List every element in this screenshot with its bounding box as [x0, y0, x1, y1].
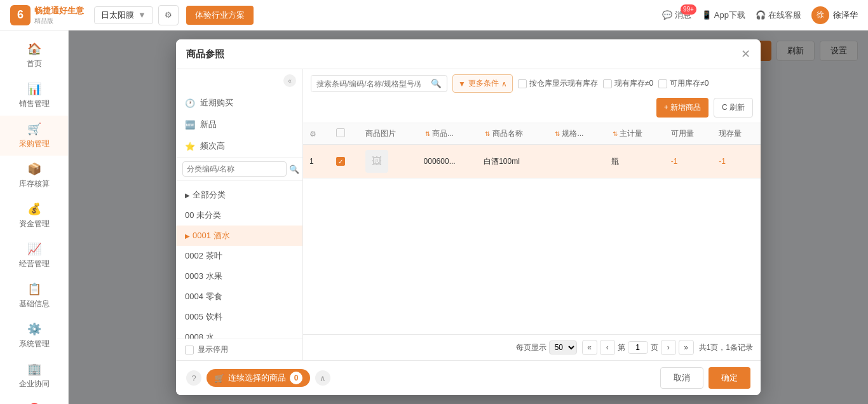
total-info: 共1页，1条记录 — [699, 342, 753, 353]
product-data-table: ⚙ 商品图片 ⇅ 商品... — [303, 123, 761, 178]
sidebar-item-inventory[interactable]: 📦 库存核算 — [0, 156, 68, 196]
warehouse-display-checkbox-area: 按仓库显示现有库存 — [518, 78, 598, 89]
category-item-water[interactable]: 0008 水 — [176, 327, 302, 339]
collapse-panel-button[interactable]: « — [283, 74, 296, 87]
category-item-snacks[interactable]: 0004 零食 — [176, 286, 302, 307]
product-search-box: 🔍 — [311, 75, 447, 92]
sidebar-item-purchase[interactable]: 🛒 采购管理 — [0, 116, 68, 156]
frequent-filter[interactable]: ⭐ 频次高 — [176, 135, 302, 157]
purchase-icon: 🛒 — [27, 122, 41, 136]
recent-purchase-filter[interactable]: 🕐 近期购买 — [176, 92, 302, 114]
row-code: 000600... — [417, 145, 478, 178]
stock-nonzero-checkbox-area: 现有库存≠0 — [603, 78, 653, 89]
stock-nonzero-checkbox[interactable] — [603, 79, 612, 88]
table-row[interactable]: 1 ✓ 🖼 — [303, 145, 761, 178]
prev-page-button[interactable]: ‹ — [600, 340, 615, 355]
page-number-input[interactable] — [628, 341, 648, 354]
selected-count-badge: 0 — [290, 372, 302, 384]
last-page-button[interactable]: » — [679, 340, 694, 355]
sidebar-item-guide[interactable]: 🎯 新手引导 — [0, 396, 68, 404]
category-list: ▶ 全部分类 00 未分类 ▶ 0001 酒水 0002 茶 — [176, 181, 302, 339]
select-all-checkbox[interactable] — [336, 128, 345, 137]
category-item-uncategorized[interactable]: 00 未分类 — [176, 205, 302, 226]
footer-left: ? 🛒 连续选择的商品 0 ∧ — [186, 369, 330, 387]
online-service-item[interactable]: 🎧 在线客服 — [756, 10, 801, 21]
message-badge: 99+ — [681, 4, 696, 15]
sidebar-item-system[interactable]: ⚙️ 系统管理 — [0, 316, 68, 356]
row-image: 🖼 — [359, 145, 417, 178]
chevron-down-icon: ▼ — [138, 10, 146, 20]
operations-icon: 📈 — [27, 242, 41, 256]
page-label: 第 — [618, 342, 625, 353]
col-unit: ⇅ 主计量 — [605, 123, 665, 145]
modal-header: 商品参照 ✕ — [176, 39, 761, 69]
sidebar-item-operations[interactable]: 📈 经营管理 — [0, 236, 68, 276]
star-icon: ⭐ — [185, 142, 195, 151]
main-layout: 🏠 首页 📊 销售管理 🛒 采购管理 📦 库存核算 💰 资金管理 📈 经营管理 … — [0, 30, 868, 404]
warehouse-display-checkbox[interactable] — [518, 79, 527, 88]
modal-footer: ? 🛒 连续选择的商品 0 ∧ 取消 确定 — [176, 360, 761, 395]
enterprise-icon: 🏢 — [27, 362, 41, 376]
modal-title: 商品参照 — [186, 48, 224, 60]
basic-info-icon: 📋 — [27, 282, 41, 296]
messages-item[interactable]: 💬 消息 99+ — [662, 10, 691, 21]
category-item-fruit[interactable]: 0003 水果 — [176, 266, 302, 286]
cancel-button[interactable]: 取消 — [660, 367, 703, 389]
category-item-tea[interactable]: 0002 茶叶 — [176, 246, 302, 266]
sidebar-item-sales[interactable]: 📊 销售管理 — [0, 76, 68, 116]
home-icon: 🏠 — [27, 42, 41, 56]
collapse-footer-button[interactable]: ∧ — [315, 370, 330, 386]
row-available: -1 — [665, 145, 713, 178]
col-gear: ⚙ — [303, 123, 330, 145]
logo-text: 畅捷通好生意 精品版 — [34, 5, 84, 25]
category-item-liquor[interactable]: ▶ 0001 酒水 — [176, 226, 302, 246]
col-name: ⇅ 商品名称 — [477, 123, 547, 145]
help-icon[interactable]: ? — [186, 370, 201, 386]
sidebar-item-basic-info[interactable]: 📋 基础信息 — [0, 276, 68, 316]
sort-icon: ⇅ — [425, 130, 430, 137]
category-item-beverage[interactable]: 0005 饮料 — [176, 307, 302, 327]
product-reference-modal: 商品参照 ✕ « 🕐 近期购买 — [176, 39, 761, 395]
headset-icon: 🎧 — [756, 10, 766, 20]
sidebar-item-home[interactable]: 🏠 首页 — [0, 36, 68, 76]
nav-selector[interactable]: 日太阳膜 ▼ — [94, 6, 153, 24]
modal-overlay: 商品参照 ✕ « 🕐 近期购买 — [69, 30, 868, 404]
settings-icon[interactable]: ⚙ — [158, 5, 179, 25]
first-page-button[interactable]: « — [582, 340, 597, 355]
filter-icon: ▼ — [458, 79, 466, 88]
top-header: 6 畅捷通好生意 精品版 日太阳膜 ▼ ⚙ 体验行业方案 💬 消息 99+ 📱 … — [0, 0, 868, 30]
trial-button[interactable]: 体验行业方案 — [186, 6, 254, 25]
arrow-right-icon: ▶ — [185, 192, 190, 199]
show-disabled-checkbox[interactable] — [185, 346, 194, 354]
product-toolbar: 🔍 ▼ 更多条件 ∧ 按仓库显示现有库存 — [303, 69, 761, 123]
sidebar-item-enterprise[interactable]: 🏢 企业协同 — [0, 356, 68, 396]
sidebar: 🏠 首页 📊 销售管理 🛒 采购管理 📦 库存核算 💰 资金管理 📈 经营管理 … — [0, 30, 69, 404]
phone-icon: 📱 — [702, 10, 712, 20]
available-nonzero-checkbox[interactable] — [658, 79, 667, 88]
user-avatar-area[interactable]: 徐 徐泽华 — [811, 6, 858, 24]
row-select-checkbox[interactable]: ✓ — [336, 157, 345, 166]
app-download-item[interactable]: 📱 App下载 — [702, 10, 745, 21]
cart-icon: 🛒 — [214, 374, 224, 383]
row-unit: 瓶 — [605, 145, 665, 178]
add-product-button[interactable]: + 新增商品 — [656, 98, 709, 118]
modal-close-button[interactable]: ✕ — [741, 47, 750, 61]
product-panel: 🔍 ▼ 更多条件 ∧ 按仓库显示现有库存 — [303, 69, 761, 360]
cart-selection-area[interactable]: 🛒 连续选择的商品 0 — [207, 369, 310, 387]
product-search-input[interactable] — [311, 76, 426, 91]
refresh-product-button[interactable]: C 刷新 — [714, 98, 753, 118]
show-disabled-area: 显示停用 — [176, 339, 302, 360]
new-items-filter[interactable]: 🆕 新品 — [176, 114, 302, 135]
page-navigation: « ‹ 第 页 › » — [582, 340, 694, 355]
avatar: 徐 — [811, 6, 829, 24]
page-size-dropdown[interactable]: 50 — [549, 340, 577, 354]
sidebar-item-finance[interactable]: 💰 资金管理 — [0, 196, 68, 236]
confirm-button[interactable]: 确定 — [709, 367, 750, 389]
product-table: ⚙ 商品图片 ⇅ 商品... — [303, 123, 761, 334]
category-search-icon[interactable]: 🔍 — [289, 165, 299, 174]
more-filters-button[interactable]: ▼ 更多条件 ∧ — [452, 74, 513, 93]
product-search-button[interactable]: 🔍 — [426, 76, 447, 91]
category-search-input[interactable] — [182, 161, 287, 177]
next-page-button[interactable]: › — [661, 340, 676, 355]
category-item-all[interactable]: ▶ 全部分类 — [176, 185, 302, 205]
